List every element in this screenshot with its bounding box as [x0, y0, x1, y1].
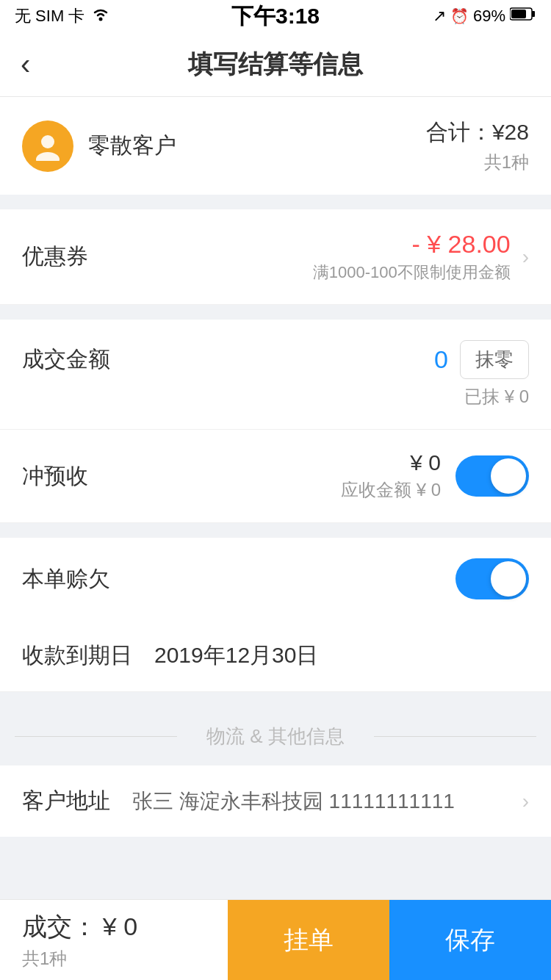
round-zero-button[interactable]: 抹零: [460, 340, 529, 379]
divider-2: [0, 305, 551, 320]
pre-collection-amount-sub: 应收金额 ¥ 0: [341, 478, 441, 502]
coupon-desc: 满1000-100不限制使用金额: [313, 262, 511, 284]
address-chevron-icon: ›: [522, 790, 529, 813]
divider-1: [0, 195, 551, 209]
due-date-label: 收款到期日: [22, 641, 132, 671]
coupon-label: 优惠券: [22, 242, 118, 272]
svg-point-4: [41, 135, 54, 148]
due-date-row: 收款到期日 2019年12月30日: [0, 620, 551, 692]
svg-point-5: [36, 152, 60, 161]
logistics-text: 物流 & 其他信息: [192, 724, 359, 749]
divider-4: [0, 692, 551, 714]
deal-amount-label: 成交金额: [22, 345, 118, 375]
status-time: 下午3:18: [231, 1, 320, 32]
customer-card: 零散客户 合计：¥28 共1种: [0, 97, 551, 195]
bottom-info: 成交： ¥ 0 共1种: [0, 910, 228, 970]
divider-3: [0, 523, 551, 538]
deal-amount-row: 成交金额 抹零 已抹 ¥ 0: [0, 320, 551, 430]
back-button[interactable]: ‹: [21, 48, 30, 81]
deal-row-bottom: 已抹 ¥ 0: [22, 385, 529, 408]
credit-label: 本单赊欠: [22, 564, 110, 594]
pre-collection-amounts: ¥ 0 应收金额 ¥ 0: [341, 450, 441, 502]
status-bar: 无 SIM 卡 下午3:18 ↗ ⏰ 69%: [0, 0, 551, 32]
customer-name: 零散客户: [88, 131, 176, 161]
coupon-row[interactable]: 优惠券 - ¥ 28.00 满1000-100不限制使用金额 ›: [0, 209, 551, 305]
alarm-icon: ⏰: [450, 7, 469, 25]
bottom-deal-amount: 成交： ¥ 0: [22, 910, 206, 944]
credit-toggle[interactable]: [455, 558, 529, 599]
deal-row-top: 成交金额 抹零: [22, 340, 529, 379]
save-button[interactable]: 保存: [389, 900, 551, 981]
chevron-right-icon: ›: [522, 245, 529, 269]
coupon-info: - ¥ 28.00 满1000-100不限制使用金额: [313, 230, 511, 284]
address-value: 张三 海淀永丰科技园 11111111111: [132, 788, 522, 815]
svg-point-0: [99, 18, 103, 21]
svg-rect-3: [511, 10, 526, 18]
sim-status: 无 SIM 卡: [15, 5, 84, 27]
pre-collection-row: 冲预收 ¥ 0 应收金额 ¥ 0: [0, 430, 551, 523]
address-label: 客户地址: [22, 786, 118, 816]
logistics-divider: 物流 & 其他信息: [0, 714, 551, 758]
pre-collection-label: 冲预收: [22, 461, 88, 491]
bottom-deal-label: 成交：: [22, 912, 97, 940]
nav-bar: ‹ 填写结算等信息: [0, 32, 551, 97]
customer-left: 零散客户: [22, 120, 176, 172]
page-title: 填写结算等信息: [188, 48, 363, 82]
status-left: 无 SIM 卡: [15, 5, 111, 27]
content: 零散客户 合计：¥28 共1种 优惠券 - ¥ 28.00 满1000-100不…: [0, 97, 551, 980]
due-date-value: 2019年12月30日: [154, 641, 318, 671]
location-icon: ↗: [433, 7, 446, 26]
bottom-deal-value: ¥ 0: [103, 912, 137, 940]
already-rounded: 已抹 ¥ 0: [464, 385, 529, 408]
bottom-bar: 成交： ¥ 0 共1种 挂单 保存: [0, 899, 551, 980]
battery-icon: [510, 7, 536, 26]
svg-rect-2: [532, 11, 535, 17]
total-amount: 合计：¥28: [426, 118, 529, 148]
coupon-right: - ¥ 28.00 满1000-100不限制使用金额 ›: [118, 230, 529, 284]
pre-collection-amount-main: ¥ 0: [341, 450, 441, 475]
credit-row: 本单赊欠: [0, 538, 551, 620]
total-count: 共1种: [426, 151, 529, 174]
wifi-icon: [90, 7, 111, 26]
customer-summary: 合计：¥28 共1种: [426, 118, 529, 174]
toggle-knob: [491, 458, 526, 494]
pre-collection-toggle[interactable]: [455, 455, 529, 497]
deal-amount-input[interactable]: [389, 345, 448, 374]
divider-5: [0, 758, 551, 765]
coupon-amount: - ¥ 28.00: [313, 230, 511, 259]
credit-toggle-knob: [491, 561, 526, 597]
status-right: ↗ ⏰ 69%: [433, 7, 536, 26]
pre-collection-right: ¥ 0 应收金额 ¥ 0: [341, 450, 529, 502]
avatar: [22, 120, 73, 172]
hold-button[interactable]: 挂单: [228, 900, 389, 981]
battery-percent: 69%: [473, 7, 505, 26]
bottom-count: 共1种: [22, 947, 206, 970]
address-row[interactable]: 客户地址 张三 海淀永丰科技园 11111111111 ›: [0, 765, 551, 837]
